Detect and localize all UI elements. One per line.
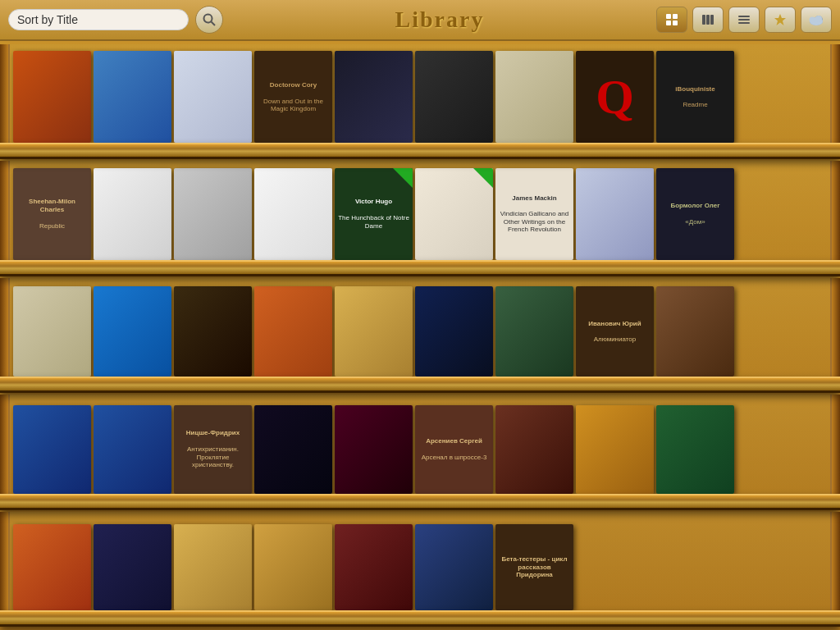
book[interactable]: [254, 168, 332, 260]
book-cover: [415, 51, 493, 143]
book[interactable]: [415, 168, 493, 260]
book-cover: Sheehan-Milon CharlesRepublic: [13, 168, 91, 260]
book[interactable]: [335, 524, 413, 610]
svg-rect-8: [710, 15, 714, 25]
book[interactable]: Doctorow CoryDown and Out in the Magic K…: [254, 51, 332, 143]
book[interactable]: [13, 51, 91, 143]
book[interactable]: [174, 286, 252, 377]
book-cover: [174, 286, 252, 377]
svg-rect-11: [738, 22, 750, 24]
shelf-left-wall: [0, 161, 10, 276]
shelf-row-4: Ницше-ФридрихАнтихристианин. Проклятие х…: [0, 395, 840, 509]
book-cover: [94, 405, 171, 494]
book-cover: Q: [576, 51, 654, 143]
search-icon: [203, 13, 216, 26]
book-cover: [415, 286, 493, 377]
shelf-left-wall: [0, 44, 10, 159]
book-cover: [495, 405, 573, 494]
book[interactable]: Ницше-ФридрихАнтихристианин. Проклятие х…: [174, 405, 252, 494]
book-cover: [495, 51, 573, 143]
book[interactable]: [415, 524, 493, 610]
shelf-right-wall: [830, 512, 840, 627]
book-cover: [254, 168, 332, 260]
search-button[interactable]: [195, 6, 223, 34]
book[interactable]: James MackinVindician Gallicano and Othe…: [495, 168, 573, 260]
shelf-row-3: Иванович ЮрийАлюминиатор: [0, 278, 840, 393]
book-cover: [335, 405, 413, 494]
sort-input[interactable]: [17, 13, 148, 26]
shelf-board: [0, 377, 840, 393]
book[interactable]: [254, 524, 332, 610]
book-cover: Бета-тестеры - цикл рассказов Придорина: [495, 524, 573, 610]
book[interactable]: [495, 405, 573, 494]
book[interactable]: Q: [576, 51, 654, 143]
svg-point-18: [815, 16, 822, 22]
book[interactable]: [174, 168, 252, 260]
shelf-left-wall: [0, 395, 10, 509]
book-cover: [415, 168, 493, 260]
book[interactable]: [495, 286, 573, 377]
sort-input-wrapper: [8, 9, 189, 30]
book[interactable]: [94, 51, 171, 143]
grid-view-button[interactable]: [656, 7, 687, 33]
book[interactable]: [13, 286, 91, 377]
svg-rect-5: [673, 21, 678, 25]
book[interactable]: [656, 286, 734, 377]
list-view-button[interactable]: [728, 7, 760, 33]
book-cover: [94, 524, 171, 610]
book-cover: [576, 405, 654, 494]
book[interactable]: Бормолог Олег«Дом»: [656, 168, 734, 260]
book[interactable]: [94, 168, 171, 260]
book[interactable]: Sheehan-Milon CharlesRepublic: [13, 168, 91, 260]
app-title: Library: [395, 7, 485, 33]
book[interactable]: [576, 405, 654, 494]
cloud-icon: [809, 14, 824, 25]
svg-rect-4: [666, 21, 671, 25]
shelf-left-wall: [0, 278, 10, 393]
book-cover: [13, 286, 91, 377]
book[interactable]: [174, 51, 252, 143]
book[interactable]: [13, 524, 91, 610]
book[interactable]: [335, 405, 413, 494]
book[interactable]: [94, 405, 171, 494]
book[interactable]: [495, 51, 573, 143]
book[interactable]: [335, 51, 413, 143]
svg-rect-7: [706, 15, 710, 25]
book-cover: [13, 524, 91, 610]
book[interactable]: [254, 286, 332, 377]
book[interactable]: iBouquinisteReadme: [656, 51, 734, 143]
book-cover: Victor HugoThe Hunchback of Notre Dame: [335, 168, 413, 260]
shelf-board: [0, 610, 840, 627]
book[interactable]: Бета-тестеры - цикл рассказов Придорина: [495, 524, 573, 610]
book-cover: [13, 51, 91, 143]
svg-line-1: [212, 22, 216, 26]
book[interactable]: [174, 524, 252, 610]
columns-view-button[interactable]: [692, 7, 724, 33]
book-cover: [94, 168, 171, 260]
shelf-board: [0, 494, 840, 510]
book-cover: [254, 524, 332, 610]
header: Library: [0, 0, 840, 41]
book[interactable]: Victor HugoThe Hunchback of Notre Dame: [335, 168, 413, 260]
book[interactable]: [656, 405, 734, 494]
book[interactable]: [415, 286, 493, 377]
book-cover: [13, 405, 91, 494]
svg-rect-3: [673, 14, 678, 19]
shelf-left-wall: [0, 512, 10, 627]
book[interactable]: [415, 51, 493, 143]
star-icon: [774, 13, 787, 26]
shelf-right-wall: [830, 278, 840, 393]
favorites-button[interactable]: [765, 7, 796, 33]
book[interactable]: [576, 168, 654, 260]
book[interactable]: Арсениев СергейАрсенал в шпроссе-3: [415, 405, 493, 494]
book[interactable]: [94, 524, 171, 610]
book[interactable]: [335, 286, 413, 377]
book[interactable]: [94, 286, 171, 377]
book[interactable]: [254, 405, 332, 494]
cloud-button[interactable]: [801, 7, 832, 33]
book-cover: [94, 286, 171, 377]
shelf-right-wall: [830, 44, 840, 159]
book[interactable]: [13, 405, 91, 494]
svg-rect-2: [666, 14, 671, 19]
book[interactable]: Иванович ЮрийАлюминиатор: [576, 286, 654, 377]
